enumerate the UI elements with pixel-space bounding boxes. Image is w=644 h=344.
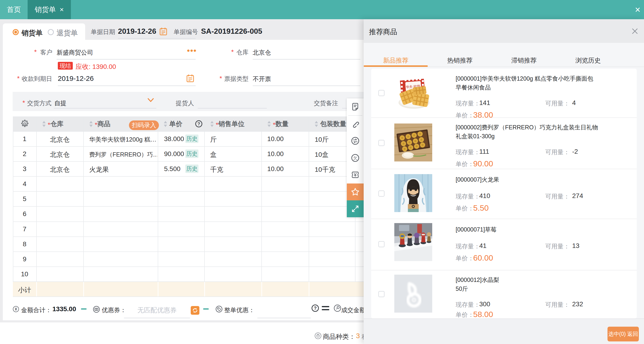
svg-text:?: ?: [198, 121, 200, 126]
svg-text:欠: 欠: [353, 156, 357, 160]
svg-text:?: ?: [314, 306, 316, 311]
